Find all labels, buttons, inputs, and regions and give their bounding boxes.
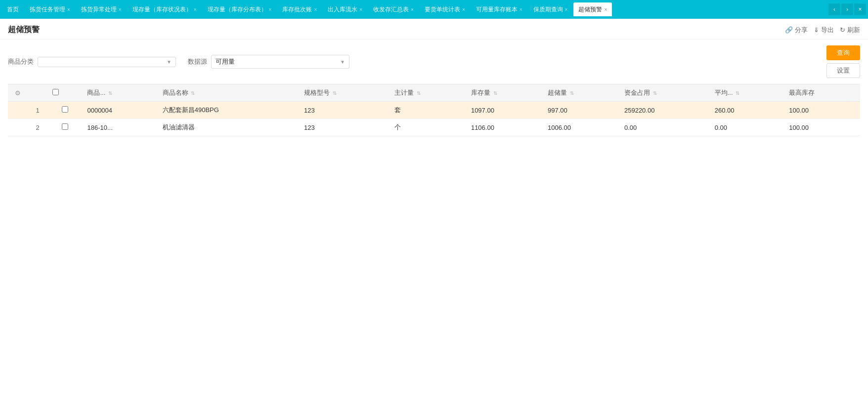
th-product-code[interactable]: 商品... ⇅ xyxy=(82,84,157,102)
row-index-1: 2 xyxy=(28,119,47,136)
close-tab-4[interactable]: × xyxy=(314,7,317,12)
page-content: 超储预警 🔗 分享 ⇓ 导出 ↻ 刷新 商品分类 ▼ 数据源 xyxy=(0,19,868,395)
row-stock-1: 1106.00 xyxy=(466,119,543,136)
th-gear: ⚙ xyxy=(8,84,28,102)
nav-tab-6[interactable]: 收发存汇总表 × xyxy=(368,2,419,16)
row-overstock-1: 1006.00 xyxy=(543,119,619,136)
row-index-0: 1 xyxy=(28,102,47,119)
close-tab-10[interactable]: × xyxy=(604,7,607,12)
row-select-checkbox-1[interactable] xyxy=(62,123,68,130)
row-stock-0: 1097.00 xyxy=(466,102,543,119)
th-unit[interactable]: 主计量 ⇅ xyxy=(390,84,466,102)
close-tab-1[interactable]: × xyxy=(119,7,122,12)
sort-icon-spec: ⇅ xyxy=(333,90,337,96)
table-row: 2 186-10... 机油滤清器 123 个 1106.00 1006.00 … xyxy=(8,119,860,136)
row-overstock-0: 997.00 xyxy=(543,102,619,119)
nav-prev-button[interactable]: ‹ xyxy=(828,3,840,15)
nav-arrows: ‹ › × xyxy=(828,3,866,15)
gear-icon[interactable]: ⚙ xyxy=(15,89,21,97)
select-all-checkbox[interactable] xyxy=(52,89,59,95)
category-filter: 商品分类 ▼ xyxy=(8,57,176,67)
row-name-0: 六配套新昌490BPG xyxy=(158,102,299,119)
filter-actions: 查询 设置 xyxy=(826,45,860,78)
category-label: 商品分类 xyxy=(8,57,34,66)
close-tab-0[interactable]: × xyxy=(67,7,70,12)
nav-tab-8[interactable]: 可用量库存账本 × xyxy=(471,2,527,16)
share-button[interactable]: 🔗 分享 xyxy=(785,26,808,35)
table-header-row: ⚙ 商品... ⇅ 商品名称 ⇅ 规格型号 xyxy=(8,84,860,102)
row-checkbox-1[interactable] xyxy=(47,119,82,136)
refresh-button[interactable]: ↻ 刷新 xyxy=(840,26,860,35)
datasource-filter: 数据源 可用量 ▼ xyxy=(188,55,349,69)
close-tab-3[interactable]: × xyxy=(269,7,272,12)
row-code-1: 186-10... xyxy=(82,119,157,136)
share-icon: 🔗 xyxy=(785,26,793,34)
nav-tab-0[interactable]: 拣货任务管理 × xyxy=(25,2,75,16)
row-avg-0: 260.00 xyxy=(710,102,784,119)
page-header: 超储预警 🔗 分享 ⇓ 导出 ↻ 刷新 xyxy=(0,19,868,40)
nav-tab-4[interactable]: 库存批次账 × xyxy=(277,2,322,16)
th-capital[interactable]: 资金占用 ⇅ xyxy=(619,84,710,102)
nav-close-button[interactable]: × xyxy=(854,3,866,15)
th-product-name[interactable]: 商品名称 ⇅ xyxy=(158,84,299,102)
row-code-0: 0000004 xyxy=(82,102,157,119)
sort-icon-overstock: ⇅ xyxy=(570,90,574,96)
sort-icon-avg: ⇅ xyxy=(736,90,739,96)
nav-tab-10[interactable]: 超储预警 × xyxy=(573,2,612,16)
close-tab-6[interactable]: × xyxy=(411,7,414,12)
top-navigation: 首页 拣货任务管理 × 拣货异常处理 × 现存量（库存状况表） × 现存量（库存… xyxy=(0,0,868,19)
th-overstock[interactable]: 超储量 ⇅ xyxy=(543,84,619,102)
nav-tab-7[interactable]: 要货单统计表 × xyxy=(420,2,470,16)
sort-icon-stock: ⇅ xyxy=(493,90,497,96)
row-select-checkbox-0[interactable] xyxy=(62,106,68,113)
row-name-1: 机油滤清器 xyxy=(158,119,299,136)
nav-home[interactable]: 首页 xyxy=(2,5,24,14)
nav-tab-1[interactable]: 拣货异常处理 × xyxy=(76,2,127,16)
row-avg-1: 0.00 xyxy=(710,119,784,136)
datasource-select[interactable]: 可用量 ▼ xyxy=(211,55,349,69)
settings-button[interactable]: 设置 xyxy=(826,63,860,78)
nav-next-button[interactable]: › xyxy=(841,3,853,15)
query-button[interactable]: 查询 xyxy=(826,45,860,60)
close-tab-2[interactable]: × xyxy=(194,7,197,12)
row-unit-0: 套 xyxy=(390,102,466,119)
nav-tab-9[interactable]: 保质期查询 × xyxy=(528,2,573,16)
datasource-label: 数据源 xyxy=(188,57,207,66)
sort-icon-capital: ⇅ xyxy=(653,90,657,96)
table-body: 1 0000004 六配套新昌490BPG 123 套 1097.00 997.… xyxy=(8,102,860,136)
row-spec-0: 123 xyxy=(299,102,390,119)
row-checkbox-0[interactable] xyxy=(47,102,82,119)
table-row: 1 0000004 六配套新昌490BPG 123 套 1097.00 997.… xyxy=(8,102,860,119)
th-stock[interactable]: 库存量 ⇅ xyxy=(466,84,543,102)
close-tab-9[interactable]: × xyxy=(565,7,568,12)
row-gear-0 xyxy=(8,102,28,119)
row-capital-1: 0.00 xyxy=(619,119,710,136)
close-tab-8[interactable]: × xyxy=(520,7,522,12)
row-max-stock-1: 100.00 xyxy=(784,119,860,136)
th-spec[interactable]: 规格型号 ⇅ xyxy=(299,84,390,102)
chevron-down-icon-2: ▼ xyxy=(340,59,345,65)
table-container: ⚙ 商品... ⇅ 商品名称 ⇅ 规格型号 xyxy=(0,84,868,136)
data-table: ⚙ 商品... ⇅ 商品名称 ⇅ 规格型号 xyxy=(8,84,860,136)
row-spec-1: 123 xyxy=(299,119,390,136)
th-avg[interactable]: 平均... ⇅ xyxy=(710,84,784,102)
row-max-stock-0: 100.00 xyxy=(784,102,860,119)
header-actions: 🔗 分享 ⇓ 导出 ↻ 刷新 xyxy=(785,26,860,35)
refresh-icon: ↻ xyxy=(840,26,845,34)
close-tab-7[interactable]: × xyxy=(462,7,465,12)
export-button[interactable]: ⇓ 导出 xyxy=(814,26,834,35)
nav-tab-3[interactable]: 现存量（库存分布表） × xyxy=(203,2,277,16)
th-index xyxy=(28,84,47,102)
filter-row: 商品分类 ▼ 数据源 可用量 ▼ 查询 设置 xyxy=(0,40,868,84)
chevron-down-icon: ▼ xyxy=(167,59,172,65)
nav-tab-5[interactable]: 出入库流水 × xyxy=(323,2,367,16)
row-unit-1: 个 xyxy=(390,119,466,136)
row-capital-0: 259220.00 xyxy=(619,102,710,119)
close-tab-5[interactable]: × xyxy=(359,7,362,12)
th-checkbox xyxy=(47,84,82,102)
export-icon: ⇓ xyxy=(814,26,819,34)
th-max-stock[interactable]: 最高库存 xyxy=(784,84,860,102)
nav-tab-2[interactable]: 现存量（库存状况表） × xyxy=(128,2,202,16)
row-gear-1 xyxy=(8,119,28,136)
category-select[interactable]: ▼ xyxy=(38,57,176,67)
